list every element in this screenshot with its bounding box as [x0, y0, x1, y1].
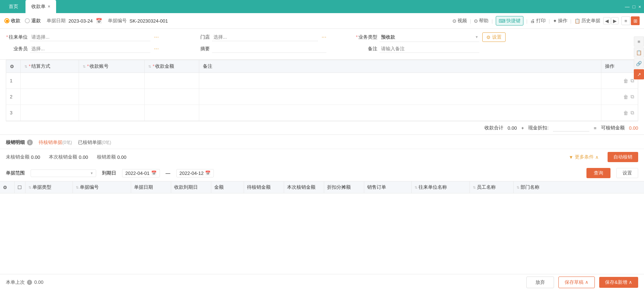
radio-tuikuan[interactable]: 退款 — [25, 17, 41, 24]
side-icon-4[interactable]: ↗ — [634, 69, 644, 79]
row3-settlement[interactable] — [21, 105, 79, 121]
tab-close-icon[interactable]: × — [48, 4, 50, 9]
auto-verify-button[interactable]: 自动核销 — [608, 152, 638, 162]
row1-delete-icon[interactable]: 🗑 — [623, 78, 628, 84]
receivable-value: 0.00 — [629, 125, 638, 131]
date-from-value: 2022-04-01 — [125, 171, 150, 176]
th-amount: ⇅ *收款金额 — [145, 60, 199, 72]
summary-field: 摘要 — [188, 45, 326, 53]
save-arrow-icon[interactable]: ∧ — [629, 279, 632, 285]
info-icon[interactable]: i — [27, 140, 33, 145]
row2-remark[interactable] — [199, 89, 601, 105]
operations-action[interactable]: ✦ 操作 — [553, 17, 568, 24]
row3-copy-icon[interactable]: ⧉ — [631, 110, 634, 116]
settings-button[interactable]: ⚙ 设置 — [482, 32, 506, 42]
counterparty-input[interactable] — [30, 33, 150, 41]
row1-settlement[interactable] — [21, 73, 79, 89]
verify-header: 核销明细 i 待核销单据(0笔) 已核销单据(0笔) — [0, 135, 644, 149]
range-select[interactable]: ▾ — [31, 169, 96, 177]
row2-copy-icon[interactable]: ⧉ — [631, 94, 634, 100]
close-icon[interactable]: × — [638, 4, 641, 9]
side-icon-2[interactable]: 📋 — [634, 47, 644, 58]
window-controls: — □ × — [625, 4, 641, 9]
save-draft-button[interactable]: 保存草稿 ∧ — [558, 277, 595, 288]
staff-input[interactable] — [30, 45, 150, 53]
business-type-select[interactable]: 预收款 ▾ — [380, 33, 479, 42]
operations-label: 操作 — [558, 17, 568, 24]
row1-account[interactable] — [79, 73, 145, 89]
form-row-2: 业务员 ··· 摘要 备注 — [6, 45, 638, 53]
bth-checkbox[interactable]: ☐ — [15, 181, 25, 193]
help-action[interactable]: ⊙ 帮助 — [474, 17, 488, 24]
calendar-to-icon[interactable]: 📅 — [205, 171, 211, 176]
row3-amount[interactable] — [145, 105, 199, 121]
print-label: 打印 — [536, 17, 546, 24]
draft-arrow-icon[interactable]: ∧ — [585, 279, 589, 285]
row2-delete-icon[interactable]: 🗑 — [623, 94, 628, 100]
save-new-button[interactable]: 保存&新增 ∧ — [599, 277, 638, 288]
nav-prev[interactable]: ◀ — [603, 17, 610, 24]
row3-delete-icon[interactable]: 🗑 — [623, 110, 628, 116]
history-action[interactable]: 📋 历史单据 — [574, 17, 600, 24]
business-type-field: *业务类型 预收款 ▾ — [356, 33, 479, 42]
row3-account[interactable] — [79, 105, 145, 121]
maximize-icon[interactable]: □ — [633, 4, 636, 9]
row2-num: 2 — [6, 89, 21, 105]
shortcut-action[interactable]: ⌨ 快捷键 — [496, 16, 523, 26]
video-action[interactable]: ⊙ 视频 — [452, 17, 467, 24]
setting-button2[interactable]: 设置 — [616, 168, 638, 178]
history-label: 历史单据 — [581, 17, 600, 24]
discard-button[interactable]: 放弃 — [526, 277, 554, 288]
row1-amount[interactable] — [145, 73, 199, 89]
staff-more-icon[interactable]: ··· — [154, 46, 159, 52]
last-order-label: 本单上次 — [6, 279, 25, 286]
calendar-icon[interactable]: 📅 — [96, 18, 102, 24]
bth-settings[interactable]: ⚙ — [0, 181, 15, 193]
summary-input[interactable] — [212, 45, 326, 53]
business-type-label: *业务类型 — [356, 34, 377, 40]
row2-amount[interactable] — [145, 89, 199, 105]
tab-home[interactable]: 首页 — [3, 0, 24, 13]
bth-dept: ⇅ 部门名称 — [514, 181, 561, 193]
question-icon: ⊙ — [474, 18, 478, 24]
staff-field: 业务员 ··· — [6, 45, 159, 53]
date-from-input[interactable]: 2022-04-01 📅 — [122, 169, 160, 177]
row2-settlement[interactable] — [21, 89, 79, 105]
grid-view-btn[interactable]: ⊞ — [631, 16, 640, 25]
nav-arrows: ◀ ▶ — [603, 17, 619, 24]
radio-shoukuan[interactable]: 收款 — [4, 17, 20, 24]
row3-num: 3 — [6, 105, 21, 121]
th-action-label: 操作 — [605, 63, 614, 70]
store-more-icon[interactable]: ··· — [322, 34, 326, 40]
store-input[interactable] — [212, 33, 318, 41]
row1-remark[interactable] — [199, 73, 601, 89]
row3-remark[interactable] — [199, 105, 601, 121]
query-button[interactable]: 查询 — [586, 168, 610, 178]
remark-input[interactable] — [380, 45, 479, 53]
range-arrow-icon: ▾ — [91, 171, 93, 176]
tab-active[interactable]: 收款单 × — [25, 0, 56, 13]
print-action[interactable]: 🖨 打印 — [530, 17, 546, 24]
more-conditions-btn[interactable]: ▼ 更多条件 ∧ — [569, 154, 599, 160]
th-settings[interactable]: ⚙ — [6, 60, 21, 72]
nav-next[interactable]: ▶ — [611, 17, 619, 24]
footer-bar: 本单上次 i 0.00 放弃 保存草稿 ∧ 保存&新增 ∧ — [0, 274, 644, 290]
ops-icon: ✦ — [553, 18, 557, 24]
row2-account[interactable] — [79, 89, 145, 105]
date-value: 2023-03-24 — [68, 18, 93, 24]
list-view-btn[interactable]: ≡ — [621, 16, 630, 25]
side-icon-1[interactable]: ≡ — [634, 36, 644, 47]
counterparty-more-icon[interactable]: ··· — [154, 34, 159, 40]
pending-tab[interactable]: 待核销单据(0笔) — [39, 138, 72, 146]
main-table: ⚙ ⇅ *结算方式 ⇅ *收款账号 ⇅ *收款金额 备注 操作 1 — [6, 60, 638, 121]
discount-input[interactable] — [553, 124, 589, 132]
th-settlement-label: *结算方式 — [29, 63, 50, 70]
more-conditions-label: 更多条件 — [575, 154, 594, 160]
side-icon-3[interactable]: 🔗 — [634, 58, 644, 68]
done-tab[interactable]: 已核销单据(0笔) — [78, 138, 111, 146]
summary-row: 收款合计 0.00 + 现金折扣: = 可核销金额 0.00 — [0, 121, 644, 135]
verify-title-text: 核销明细 — [6, 139, 25, 146]
minimize-icon[interactable]: — — [625, 4, 630, 9]
calendar-from-icon[interactable]: 📅 — [151, 171, 157, 176]
date-to-input[interactable]: 2022-04-12 📅 — [176, 169, 214, 177]
